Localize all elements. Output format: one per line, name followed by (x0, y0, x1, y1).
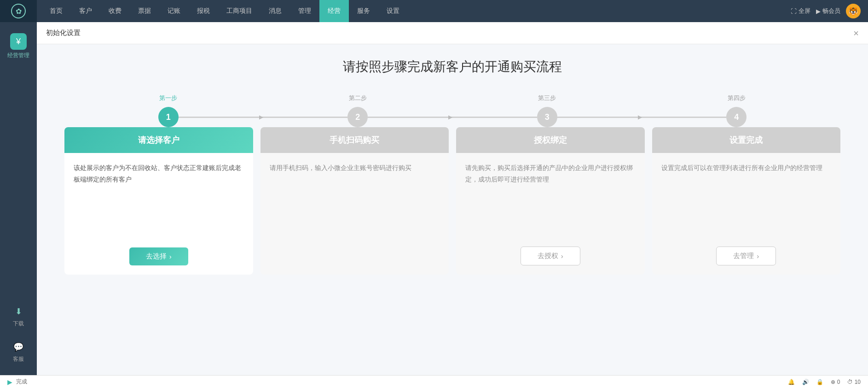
step-3-card-title: 授权绑定 (534, 135, 567, 145)
step-1-card-title: 请选择客户 (138, 135, 179, 145)
statusbar-right: 🔔 🔊 🔒 ⊕ 0 ⏱ 10 (788, 379, 861, 385)
step-4-card-title: 设置完成 (729, 135, 763, 145)
play-icon: ▶ (816, 8, 821, 15)
timer-display: ⏱ 10 (847, 379, 861, 385)
step-3-btn-label: 去授权 (538, 252, 558, 260)
step-1-card: 请选择客户 该处展示的客户为不在回收站、客户状态正常建账后完成老板端绑定的所有客… (64, 127, 253, 275)
step-1-indicator: 第一步 1 ▶ (74, 94, 263, 127)
avatar[interactable]: 🐯 (846, 4, 861, 18)
statusbar: ▶ 完成 🔔 🔊 🔒 ⊕ 0 ⏱ 10 (0, 375, 868, 388)
step-1-circle: 1 (158, 107, 179, 127)
step-1-label: 第一步 (159, 94, 177, 102)
sidebar-item-label: 经营管理 (7, 52, 29, 59)
member-label: 畅会员 (822, 7, 840, 15)
step-2-circle: 2 (347, 107, 368, 127)
close-button[interactable]: × (853, 29, 859, 38)
cards-row: 请选择客户 该处展示的客户为不在回收站、客户状态正常建账后完成老板端绑定的所有客… (64, 127, 840, 275)
step-2-card-footer (260, 258, 449, 275)
step-2-card-header: 手机扫码购买 (260, 127, 449, 153)
step-1-number: 1 (166, 112, 171, 122)
step-4-card-header: 设置完成 (652, 127, 841, 153)
process-heading: 请按照步骤完成新客户的开通购买流程 (64, 58, 840, 76)
step-3-card-text: 请先购买，购买后选择开通的产品中的企业用户进行授权绑定，成功后即可进行经营管理 (465, 164, 633, 183)
step-2-number: 2 (355, 112, 360, 122)
nav-right: ⛶ 全屏 ▶ 畅会员 🐯 (791, 4, 868, 18)
step-1-btn-label: 去选择 (146, 252, 167, 261)
step-1-card-footer: 去选择 › (64, 240, 253, 275)
step-1-card-header: 请选择客户 (64, 127, 253, 153)
nav-manage[interactable]: 管理 (290, 0, 319, 22)
volume-icon[interactable]: 🔊 (802, 379, 809, 385)
page-title: 初始化设置 (46, 29, 81, 37)
step-3-card-body: 请先购买，购买后选择开通的产品中的企业用户进行授权绑定，成功后即可进行经营管理 (456, 153, 645, 239)
step-4-label: 第四步 (728, 94, 746, 102)
download-label: 下载 (13, 320, 24, 328)
page-header: 初始化设置 × (37, 22, 868, 44)
download-icon: ⬇ (12, 305, 25, 318)
step-2-card-title: 手机扫码购买 (330, 135, 379, 145)
operation-icon: ¥ (10, 33, 27, 50)
step-4-indicator: 第四步 4 (642, 94, 832, 127)
play-icon: ▶ (7, 378, 12, 386)
step-2-card-text: 请用手机扫码，输入小微企业主账号密码进行购买 (270, 164, 411, 171)
step-2-indicator: 第二步 2 ▶ (263, 94, 453, 127)
counter-display: ⊕ 0 (831, 379, 840, 385)
step-1-action-button[interactable]: 去选择 › (129, 247, 188, 265)
step-3-card: 授权绑定 请先购买，购买后选择开通的产品中的企业用户进行授权绑定，成功后即可进行… (456, 127, 645, 275)
main-content: 初始化设置 × 请按照步骤完成新客户的开通购买流程 第一步 1 ▶ (37, 22, 868, 375)
step-1-card-text: 该处展示的客户为不在回收站、客户状态正常建账后完成老板端绑定的所有客户 (74, 164, 241, 183)
step-2-card-body: 请用手机扫码，输入小微企业主账号密码进行购买 (260, 153, 449, 258)
nav-bill[interactable]: 票据 (130, 0, 159, 22)
nav-service[interactable]: 服务 (349, 0, 378, 22)
nav-account[interactable]: 记账 (159, 0, 189, 22)
sidebar: ¥ 经营管理 ⬇ 下载 💬 客服 (0, 22, 37, 375)
step-3-card-header: 授权绑定 (456, 127, 645, 153)
nav-operation[interactable]: 经营 (319, 0, 349, 22)
bell-icon[interactable]: 🔔 (788, 379, 795, 385)
step-4-number: 4 (734, 112, 739, 122)
sidebar-download[interactable]: ⬇ 下载 (0, 300, 37, 332)
step-4-card: 设置完成 设置完成后可以在管理列表进行所有企业用户的经营管理 去管理 › (652, 127, 841, 275)
step-4-card-footer: 去管理 › (652, 239, 841, 275)
step-2-card: 手机扫码购买 请用手机扫码，输入小微企业主账号密码进行购买 (260, 127, 449, 275)
fullscreen-icon: ⛶ (791, 8, 797, 15)
step-4-card-text: 设置完成后可以在管理列表进行所有企业用户的经营管理 (661, 164, 822, 171)
fullscreen-label: 全屏 (799, 7, 810, 15)
step-3-label: 第三步 (538, 94, 556, 102)
logo-icon: ✿ (11, 4, 26, 18)
step-3-number: 3 (545, 112, 550, 122)
step-3-circle: 3 (537, 107, 557, 127)
nav-home[interactable]: 首页 (41, 0, 71, 22)
step-4-btn-arrow: › (757, 252, 759, 260)
fullscreen-btn[interactable]: ⛶ 全屏 (791, 7, 810, 15)
nav-message[interactable]: 消息 (260, 0, 290, 22)
support-icon: 💬 (12, 341, 25, 353)
sidebar-item-operation[interactable]: ¥ 经营管理 (0, 27, 37, 66)
step-1-card-body: 该处展示的客户为不在回收站、客户状态正常建账后完成老板端绑定的所有客户 (64, 153, 253, 240)
step-4-card-body: 设置完成后可以在管理列表进行所有企业用户的经营管理 (652, 153, 841, 239)
step-1-btn-arrow: › (169, 253, 172, 260)
nav-items: 首页 客户 收费 票据 记账 报税 工商项目 消息 管理 经营 服务 设置 (37, 0, 791, 22)
step-3-card-footer: 去授权 › (456, 239, 645, 275)
steps-indicator: 第一步 1 ▶ 第二步 2 (64, 94, 840, 127)
nav-business[interactable]: 工商项目 (218, 0, 260, 22)
process-area: 请按照步骤完成新客户的开通购买流程 第一步 1 ▶ 第二 (37, 44, 868, 284)
lock-icon[interactable]: 🔒 (816, 379, 823, 385)
nav-customer[interactable]: 客户 (71, 0, 100, 22)
step-4-circle: 4 (726, 107, 746, 127)
step-2-label: 第二步 (349, 94, 367, 102)
step-3-btn-arrow: › (561, 252, 563, 260)
nav-logo: ✿ (0, 0, 37, 22)
step-3-action-button[interactable]: 去授权 › (521, 247, 580, 265)
nav-fee[interactable]: 收费 (100, 0, 130, 22)
step-4-btn-label: 去管理 (733, 252, 754, 260)
step-3-indicator: 第三步 3 ▶ (452, 94, 642, 127)
member-btn[interactable]: ▶ 畅会员 (816, 7, 840, 15)
nav-settings[interactable]: 设置 (378, 0, 408, 22)
statusbar-left: ▶ 完成 (7, 378, 27, 386)
nav-tax[interactable]: 报税 (189, 0, 218, 22)
top-nav: ✿ 首页 客户 收费 票据 记账 报税 工商项目 消息 管理 经营 服务 设置 … (0, 0, 868, 22)
sidebar-support[interactable]: 💬 客服 (0, 336, 37, 368)
step-4-action-button[interactable]: 去管理 › (716, 247, 776, 265)
status-text: 完成 (16, 378, 27, 386)
